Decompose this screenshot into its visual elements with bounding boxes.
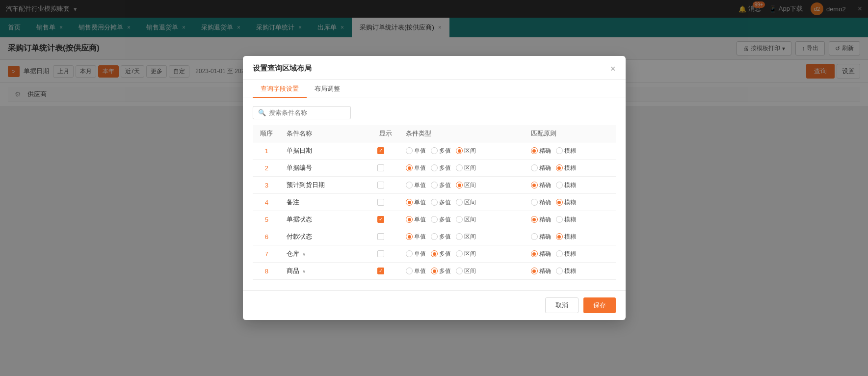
- modal-header: 设置查询区域布局 ×: [243, 56, 626, 80]
- modal-title: 设置查询区域布局: [253, 64, 312, 73]
- modal-tab-layout[interactable]: 布局调整: [307, 80, 348, 98]
- modal-body: 🔍 顺序 条件名称 显示 条件类型 匹配原则: [243, 98, 626, 106]
- modal-tab-bar: 查询字段设置 布局调整: [243, 80, 626, 98]
- modal-tab-query-fields[interactable]: 查询字段设置: [253, 80, 307, 98]
- settings-modal: 设置查询区域布局 × 查询字段设置 布局调整 🔍: [243, 56, 626, 106]
- modal-overlay: 设置查询区域布局 × 查询字段设置 布局调整 🔍: [0, 0, 868, 106]
- modal-close-btn[interactable]: ×: [610, 64, 616, 73]
